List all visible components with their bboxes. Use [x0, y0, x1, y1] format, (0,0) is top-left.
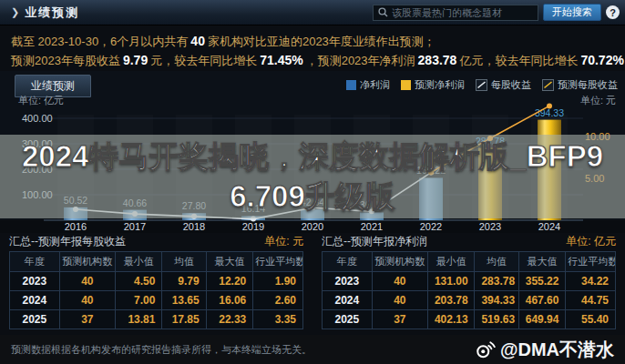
table-cell: 9.79: [162, 272, 206, 291]
table-cell: 13.65: [162, 291, 206, 310]
table-row: 202340131.00283.78355.2234.22: [323, 272, 616, 291]
forecast-summary: 截至 2023-10-30，6个月以内共有40家机构对比亚迪的2023年度业绩作…: [0, 27, 625, 71]
column-header: 最大值: [206, 252, 253, 272]
watermark-handle: @DMA不潜水: [476, 338, 614, 362]
column-header: 最小值: [427, 252, 475, 272]
legend-item[interactable]: 每股收益: [476, 78, 531, 92]
table-cell: 2024: [10, 291, 60, 310]
weibo-icon: [476, 340, 496, 359]
table-cell: 131.00: [427, 272, 475, 291]
svg-text:2022: 2022: [420, 221, 442, 232]
forecast-tables: 汇总--预测年报每股收益 单位: 元 年度预测机构数最小值均值最大值行业平均数2…: [0, 234, 625, 334]
eps-table-title: 汇总--预测年报每股收益: [9, 234, 126, 249]
legend-label: 每股收益: [491, 78, 531, 92]
column-header: 预测机构数: [59, 252, 115, 272]
table-cell: 44.75: [566, 291, 616, 310]
table-cell: 55.40: [566, 310, 616, 329]
handle-text: @DMA不潜水: [500, 338, 614, 362]
summary-text: 预测2023年每股收益: [11, 54, 120, 67]
summary-text: ，预测2023年净利润: [306, 54, 415, 67]
summary-text: 截至 2023-10-30，6个月以内共有: [11, 35, 188, 48]
legend-item[interactable]: 净利润: [346, 78, 390, 92]
table-cell: 40: [59, 291, 115, 310]
table-cell: 22.33: [206, 310, 253, 329]
svg-text:5.00: 5.00: [585, 173, 604, 184]
svg-text:16.14: 16.14: [241, 203, 265, 214]
table-header-row: 年度预测机构数最小值均值最大值行业平均数: [10, 252, 303, 272]
svg-text:2018: 2018: [183, 221, 205, 232]
column-header: 行业平均数: [566, 252, 616, 272]
svg-text:2017: 2017: [124, 221, 146, 232]
legend-item[interactable]: 预测每股收益: [542, 78, 618, 92]
search-icon: [378, 7, 388, 17]
table-cell: 37: [372, 310, 427, 329]
top-bar: ❯ 业绩预测 开始搜索 ?: [0, 0, 625, 25]
table-cell: 283.78: [475, 272, 518, 291]
svg-text:2020: 2020: [302, 221, 323, 232]
search-box[interactable]: [373, 5, 538, 21]
table-cell: 17.85: [162, 310, 206, 329]
table-cell: 12.20: [206, 272, 253, 291]
column-header: 行业平均数: [253, 252, 303, 272]
summary-text: 家机构对比亚迪的2023年度业绩作出预测；: [208, 35, 435, 48]
search-button[interactable]: 开始搜索: [543, 4, 601, 21]
search-input[interactable]: [392, 7, 533, 18]
legend-label: 预测净利润: [415, 78, 465, 92]
table-cell: 2025: [10, 310, 60, 329]
help-icon[interactable]: ?: [606, 5, 620, 19]
summary-value: 283.78: [415, 53, 460, 67]
table-cell: 2023: [10, 272, 60, 291]
svg-text:100.00: 100.00: [22, 189, 53, 200]
chart-legend: 净利润预测净利润 每股收益 预测每股收益: [346, 78, 618, 92]
svg-text:2023: 2023: [479, 221, 501, 232]
summary-line-2: 预测2023年每股收益9.79元，较去年同比增长71.45%，预测2023年净利…: [11, 51, 614, 70]
table-cell: 40: [372, 291, 427, 310]
chevron-right-icon: ❯: [11, 6, 19, 18]
table-cell: 1.90: [253, 272, 303, 291]
svg-text:2019: 2019: [242, 221, 264, 232]
eps-forecast-table: 年度预测机构数最小值均值最大值行业平均数2023404.509.7912.201…: [9, 251, 303, 329]
svg-text:300.00: 300.00: [22, 138, 53, 149]
column-header: 最小值: [115, 252, 162, 272]
summary-text: 亿元，较去年同比增长: [459, 54, 578, 67]
table-cell: 7.00: [115, 291, 162, 310]
table-cell: 2.60: [253, 291, 303, 310]
table-cell: 649.94: [518, 310, 566, 329]
profit-table-title: 汇总--预测年报净利润: [322, 234, 427, 249]
legend-label: 净利润: [360, 78, 390, 92]
table-cell: 3.35: [253, 310, 303, 329]
table-row: 20253713.8117.8522.333.35: [10, 310, 303, 329]
svg-text:2021: 2021: [361, 221, 383, 232]
table-row: 2024407.0013.6516.062.60: [10, 291, 303, 310]
svg-text:200.00: 200.00: [22, 164, 53, 175]
column-header: 预测机构数: [372, 252, 427, 272]
eps-table-section: 汇总--预测年报每股收益 单位: 元 年度预测机构数最小值均值最大值行业平均数2…: [0, 234, 312, 334]
table-cell: 16.06: [206, 291, 253, 310]
table-cell: 34.22: [566, 272, 616, 291]
nav-performance-forecast[interactable]: ❯ 业绩预测: [5, 5, 85, 21]
page-title: 业绩预测: [25, 5, 79, 21]
legend-line-icon: [476, 79, 487, 91]
summary-line-1: 截至 2023-10-30，6个月以内共有40家机构对比亚迪的2023年度业绩作…: [11, 32, 614, 51]
table-cell: 4.50: [115, 272, 162, 291]
footer: 预测数据根据各机构发布的研究报告摘录所得，与本终端立场无关。 @DMA不潜水: [0, 335, 625, 364]
summary-value: 70.72%: [578, 53, 625, 67]
legend-line-icon: [542, 79, 554, 91]
legend-swatch-icon: [346, 80, 356, 90]
table-cell: 2024: [323, 291, 373, 310]
table-cell: 13.81: [115, 310, 162, 329]
svg-text:50.52: 50.52: [64, 195, 87, 206]
table-row: 202537402.13519.63649.9455.40: [323, 310, 616, 329]
disclaimer-text: 预测数据根据各机构发布的研究报告摘录所得，与本终端立场无关。: [11, 343, 312, 357]
svg-text:400.00: 400.00: [22, 113, 53, 124]
eps-table-header: 汇总--预测年报每股收益 单位: 元: [9, 234, 303, 248]
table-cell: 2025: [323, 310, 373, 329]
legend-item[interactable]: 预测净利润: [401, 78, 465, 92]
table-cell: 355.22: [518, 272, 566, 291]
table-cell: 467.60: [518, 291, 566, 310]
summary-value: 40: [188, 34, 208, 48]
svg-text:2024: 2024: [538, 221, 560, 232]
table-cell: 203.78: [427, 291, 475, 310]
summary-text: 元，较去年同比增长: [150, 54, 257, 67]
table-cell: 40: [372, 272, 427, 291]
